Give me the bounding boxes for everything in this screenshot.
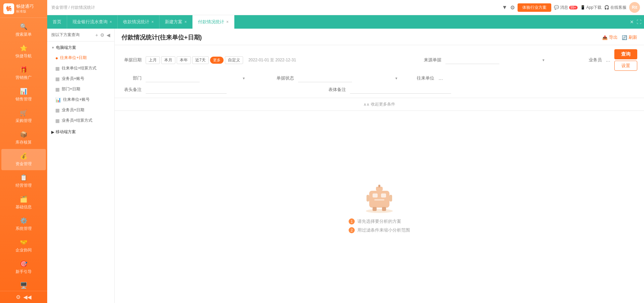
quicknav-icon: ⭐ [20,44,27,52]
scheme-item-partner-date[interactable]: ● 往来单位+日期 [47,53,114,63]
sidebar-item-quicknav[interactable]: ⭐ 快捷导航 [1,41,46,62]
app-download-action[interactable]: 📱 App下载 [580,5,602,10]
scheme-item-partner-payment[interactable]: ▦ 往来单位+结算方式 [47,63,114,73]
hint-num-1: 1 [349,218,355,224]
finance-icon: 💰 [20,152,27,160]
message-action[interactable]: 💬 消息 99+ [554,5,578,10]
user-avatar[interactable]: Rit [629,2,640,13]
export-icon: 📤 [602,35,608,40]
dept-select[interactable] [146,74,200,82]
filter-row-3: 表头备注 表体备注 [121,86,637,94]
scheme-icon-3: ▦ [55,76,60,82]
date-btn-this-year[interactable]: 本年 [177,56,191,64]
sidebar-item-basic[interactable]: 🗂️ 基础信息 [1,192,46,213]
query-button[interactable]: 查询 [614,49,637,59]
trial-scheme-button[interactable]: 体验行业方案 [518,3,551,12]
staff-dots[interactable]: ... [606,57,610,63]
scheme-item-staff-date-label: 业务员+日期 [62,107,84,113]
source-select-wrapper: ▼ [445,56,547,64]
topbar: 资金管理 / 付款情况统计 ▼ ⚙ 体验行业方案 💬 消息 99+ 📱 App下… [47,0,644,15]
svg-rect-8 [389,195,392,202]
scheme-item-staff-date[interactable]: ▦ 业务员+日期 [47,105,114,115]
page-title: 付款情况统计(往来单位+日期) [121,33,602,41]
hint-num-2: 2 [349,227,355,233]
tab-payment-stat[interactable]: 付款情况统计 × [193,15,234,29]
sidebar-item-inventory[interactable]: 📦 库存核算 [1,127,46,149]
tab-payment-stat-close[interactable]: × [226,20,229,24]
filter-row-2: 部门 ▼ 单据状态 ▼ 往来单位 ... [121,74,637,82]
sidebar-label-marketing: 营销推广 [16,75,32,81]
scheme-add-button[interactable]: + [95,32,98,38]
sidebar-item-hardware[interactable]: 🖥️ 智能硬件 [1,278,46,291]
sidebar-item-system[interactable]: ⚙️ 系统管理 [1,214,46,235]
tab-receivable[interactable]: 收款情况统计 × [118,15,159,29]
refresh-button[interactable]: 🔄 刷新 [622,34,637,40]
tab-cash-flow-close[interactable]: × [110,20,112,24]
marketing-icon: 🎁 [20,66,27,73]
tab-new-scheme[interactable]: 新建方案 × [159,15,193,29]
sidebar-label-newbie: 新手引导 [16,269,32,275]
scheme-item-dept-date[interactable]: ▦ 部门+日期 [47,84,114,94]
maximize-window-button[interactable]: ⛶ [637,19,641,25]
bill-status-chevron-icon: ▼ [395,77,398,80]
mobile-group-header[interactable]: ▶ 移动端方案 [51,129,110,135]
hint-text-1: 请先选择要分析的方案 [357,218,401,224]
tab-cash-flow[interactable]: 现金银行流水查询 × [67,15,118,29]
online-service-action[interactable]: 🎧 在线客服 [604,5,626,10]
export-button[interactable]: 📤 导出 [602,34,618,40]
collapse-label: 收起更多条件 [371,101,395,107]
topbar-settings-icon[interactable]: ▼ [502,4,507,10]
scheme-icon-5: 📊 [55,97,61,102]
date-btn-this-month[interactable]: 本月 [161,56,175,64]
tabs-spacer [234,15,627,29]
source-select[interactable] [445,56,499,64]
partner-dots[interactable]: ... [438,75,443,81]
scheme-item-staff-account[interactable]: ▦ 业务员+账号 [47,73,114,84]
scheme-item-staff-payment-label: 业务员+结算方式 [62,118,92,123]
header-note-input[interactable] [146,86,227,94]
hint-text-2: 用过滤条件来缩小分析范围 [357,227,410,233]
sidebar-label-collab: 企业协同 [16,247,32,253]
tab-home[interactable]: 首页 [47,15,67,29]
tab-new-scheme-close[interactable]: × [184,20,187,24]
sidebar-item-finance[interactable]: 💰 资金管理 [1,149,46,170]
svg-rect-3 [381,193,386,198]
mobile-scheme-group[interactable]: ▶ 移动端方案 [47,127,114,137]
sidebar-item-search[interactable]: 🔍 搜索菜单 [1,20,46,41]
scheme-settings-button[interactable]: ⚙ [100,32,105,38]
sidebar-menu: 🔍 搜索菜单 ⭐ 快捷导航 🎁 营销推广 📊 销售管理 🛒 采购管理 📦 库存核… [0,18,47,291]
topbar-gear-icon[interactable]: ⚙ [510,4,515,11]
date-btn-last-7days[interactable]: 近7天 [192,56,209,64]
sidebar-item-marketing[interactable]: 🎁 营销推广 [1,63,46,84]
sidebar-item-sales[interactable]: 📊 销售管理 [1,84,46,105]
close-window-button[interactable]: ✕ [630,19,634,25]
sidebar-collapse-btn[interactable]: ◀◀ [23,294,31,300]
tab-bar: 首页 现金银行流水查询 × 收款情况统计 × 新建方案 × 付款情况统计 × ✕… [47,15,644,29]
svg-rect-4 [374,199,384,201]
scheme-collapse-button[interactable]: ◀ [107,32,110,38]
sidebar-item-business[interactable]: 📋 经营管理 [1,171,46,192]
system-icon: ⚙️ [20,217,27,224]
scheme-item-partner-account[interactable]: 📊 往来单位+账号 [47,94,114,105]
bill-status-select[interactable] [298,74,352,82]
scheme-item-staff-payment[interactable]: ▦ 业务员+结算方式 [47,115,114,126]
hint-item-2: 2 用过滤条件来缩小分析范围 [349,227,410,233]
message-label: 消息 [560,5,568,10]
dept-chevron-icon: ▼ [242,77,245,80]
scheme-panel: 按以下方案查询 + ⚙ ◀ ▼ 电脑端方案 ● 往来单位+日期 ▦ 往来单位+结… [47,29,115,303]
desktop-group-header[interactable]: ▼ 电脑端方案 [47,43,114,53]
partner-label: 往来单位 [414,75,434,81]
sidebar-item-collab[interactable]: 🤝 企业协同 [1,235,46,256]
refresh-icon: 🔄 [622,35,627,40]
body-note-input[interactable] [350,86,451,94]
date-btn-custom[interactable]: 自定义 [225,56,243,64]
date-btn-last-month[interactable]: 上月 [146,56,160,64]
collapse-bar[interactable]: ∧∧ 收起更多条件 [115,98,644,111]
settings-button[interactable]: 设置 [614,61,637,71]
sidebar-settings-btn[interactable]: ⚙ [16,294,21,300]
sidebar-item-newbie[interactable]: 🎯 新手引导 [1,257,46,278]
tab-receivable-close[interactable]: × [151,20,154,24]
sidebar-item-purchase[interactable]: 🛒 采购管理 [1,106,46,127]
date-btn-more[interactable]: 更多 [210,57,224,64]
header-note-label: 表头备注 [121,87,142,93]
